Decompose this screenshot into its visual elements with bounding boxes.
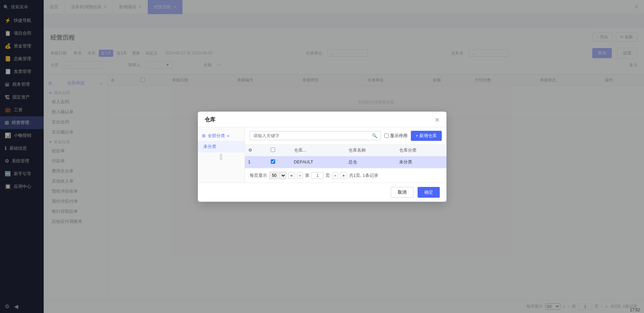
modal-row-checkbox[interactable] [267, 156, 291, 168]
modal-table-header: ⚙ 仓库... 仓库名称 仓库分类 [245, 145, 446, 156]
modal-warehouse: 仓库 ✕ ⊞ 全部分类 « 未分类 [198, 112, 446, 202]
modal-toolbar: 🔍 显示停用 + 新增仓库 [245, 127, 446, 145]
modal-table-wrap: ⚙ 仓库... 仓库名称 仓库分类 1 DEFAULT [245, 145, 446, 168]
show-disabled-checkbox[interactable] [384, 133, 389, 138]
modal-row-name: 总仓 [345, 156, 396, 168]
modal-left-header[interactable]: ⊞ 全部分类 « [198, 131, 245, 141]
modal-row-code: DEFAULT [291, 156, 345, 168]
modal-header: 仓库 ✕ [198, 112, 446, 127]
modal-th-checkbox [267, 145, 291, 156]
modal-search-field[interactable]: 🔍 [250, 131, 381, 140]
cancel-button[interactable]: 取消 [391, 187, 414, 198]
modal-footer: 每页显示 50 100 « ‹ 第 页 › » 共1页, 1条记录 [245, 168, 446, 183]
scroll-indicator [220, 154, 222, 160]
modal-page-next[interactable]: › [332, 172, 338, 179]
modal-th-category: 仓库分类 [396, 145, 446, 156]
modal-left-header-label: 全部分类 [208, 133, 225, 139]
modal-page-input[interactable] [311, 172, 324, 179]
modal-right-panel: 🔍 显示停用 + 新增仓库 ⚙ [245, 127, 446, 183]
modal-row-id: 1 [245, 156, 267, 168]
modal-page-last[interactable]: » [340, 172, 347, 179]
modal-per-page-select[interactable]: 50 100 [269, 172, 286, 179]
table-row[interactable]: 1 DEFAULT 总仓 未分类 [245, 156, 446, 168]
modal-table: ⚙ 仓库... 仓库名称 仓库分类 1 DEFAULT [245, 145, 446, 168]
show-disabled-label[interactable]: 显示停用 [384, 133, 407, 139]
collapse-icon: « [227, 133, 229, 138]
add-warehouse-button[interactable]: + 新增仓库 [411, 131, 441, 141]
modal-left-scroll: 未分类 [198, 141, 245, 152]
modal-page-first[interactable]: « [288, 172, 295, 179]
modal-left-panel: ⊞ 全部分类 « 未分类 [198, 127, 245, 183]
modal-row-category: 未分类 [396, 156, 446, 168]
modal-th-code: 仓库... [291, 145, 345, 156]
grid-icon: ⊞ [202, 133, 206, 138]
modal-total-label: 共1页, 1条记录 [349, 172, 378, 179]
modal-select-all[interactable] [271, 148, 275, 152]
confirm-button[interactable]: 确定 [418, 187, 440, 198]
modal-th-name: 仓库名称 [345, 145, 396, 156]
modal-left-item-uncategorized[interactable]: 未分类 [198, 141, 245, 152]
modal-page-word: 第 [305, 172, 309, 179]
modal-page-label: 页 [326, 172, 330, 179]
modal-title: 仓库 [205, 116, 215, 123]
modal-per-page-label: 每页显示 [250, 172, 267, 179]
search-icon: 🔍 [372, 133, 377, 138]
modal-actions: 取消 确定 [198, 183, 446, 202]
modal-body: ⊞ 全部分类 « 未分类 🔍 [198, 127, 446, 183]
modal-th-settings: ⚙ [245, 145, 267, 156]
modal-pagination: 每页显示 50 100 « ‹ 第 页 › » 共1页, 1条记录 [250, 172, 378, 179]
modal-page-prev[interactable]: ‹ [297, 172, 303, 179]
modal-search-input[interactable] [253, 133, 370, 138]
modal-overlay: 仓库 ✕ ⊞ 全部分类 « 未分类 [0, 0, 644, 313]
modal-close-button[interactable]: ✕ [435, 116, 440, 124]
